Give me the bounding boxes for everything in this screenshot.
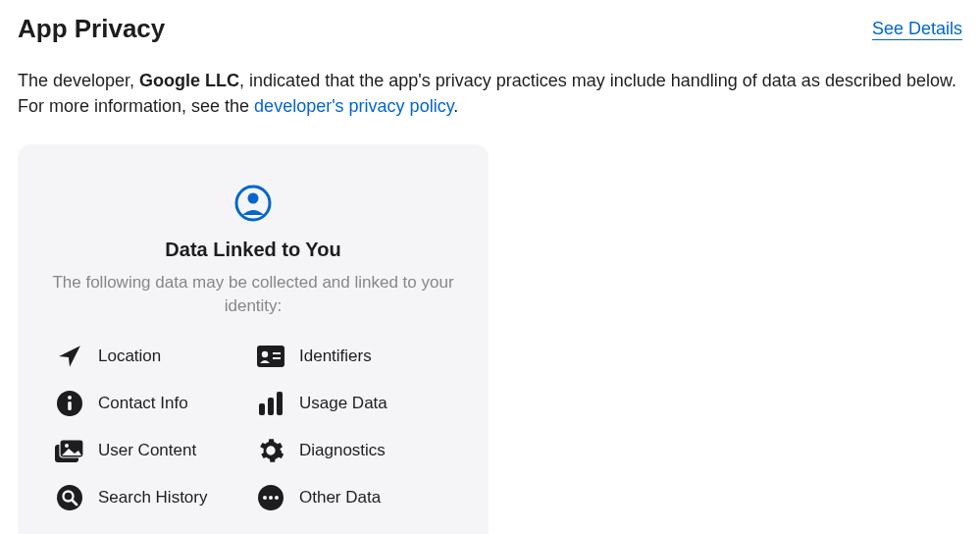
svg-rect-5 <box>273 357 281 359</box>
ellipsis-icon <box>256 483 285 512</box>
data-type-label: Contact Info <box>98 394 188 413</box>
data-type-search-history: Search History <box>55 483 250 512</box>
desc-prefix: The developer, <box>18 71 139 90</box>
location-icon <box>55 342 84 371</box>
svg-point-14 <box>65 444 69 448</box>
info-icon <box>55 389 84 418</box>
svg-rect-11 <box>277 392 283 415</box>
svg-rect-2 <box>257 346 284 367</box>
photo-stack-icon <box>55 436 84 465</box>
user-circle-icon <box>233 184 273 223</box>
card-subtitle: The following data may be collected and … <box>45 271 461 318</box>
svg-point-15 <box>57 485 82 510</box>
svg-point-7 <box>68 396 72 400</box>
svg-rect-8 <box>68 401 72 410</box>
data-type-label: Location <box>98 347 161 366</box>
data-type-label: Usage Data <box>299 394 387 413</box>
data-type-label: Identifiers <box>299 347 372 366</box>
data-type-diagnostics: Diagnostics <box>256 436 451 465</box>
svg-point-21 <box>275 496 279 500</box>
data-type-label: User Content <box>98 441 196 460</box>
card-header-icon <box>45 184 461 223</box>
privacy-description: The developer, Google LLC, indicated tha… <box>18 68 962 119</box>
privacy-policy-link[interactable]: developer's privacy policy <box>254 96 453 116</box>
see-details-link[interactable]: See Details <box>872 19 962 40</box>
data-type-contact-info: Contact Info <box>55 389 250 418</box>
svg-rect-10 <box>268 398 274 415</box>
bars-icon <box>256 389 285 418</box>
svg-point-20 <box>269 496 273 500</box>
data-types-grid: Location Identifiers Contact Info Usage … <box>45 342 461 512</box>
data-type-label: Search History <box>98 488 207 507</box>
section-title: App Privacy <box>18 14 165 44</box>
data-linked-card: Data Linked to You The following data ma… <box>18 144 489 534</box>
svg-point-1 <box>248 193 259 204</box>
developer-name: Google LLC <box>139 71 239 90</box>
data-type-location: Location <box>55 342 250 371</box>
svg-rect-4 <box>273 352 281 354</box>
section-header: App Privacy See Details <box>18 14 962 44</box>
data-type-usage-data: Usage Data <box>256 389 451 418</box>
id-card-icon <box>256 342 285 371</box>
card-title: Data Linked to You <box>45 239 461 261</box>
desc-suffix: . <box>453 96 458 116</box>
data-type-label: Other Data <box>299 488 381 507</box>
data-type-other-data: Other Data <box>256 483 451 512</box>
data-type-identifiers: Identifiers <box>256 342 451 371</box>
data-type-user-content: User Content <box>55 436 250 465</box>
svg-point-3 <box>262 351 268 357</box>
search-icon <box>55 483 84 512</box>
gear-icon <box>256 436 285 465</box>
svg-point-19 <box>263 496 267 500</box>
data-type-label: Diagnostics <box>299 441 386 460</box>
svg-rect-9 <box>259 403 265 415</box>
